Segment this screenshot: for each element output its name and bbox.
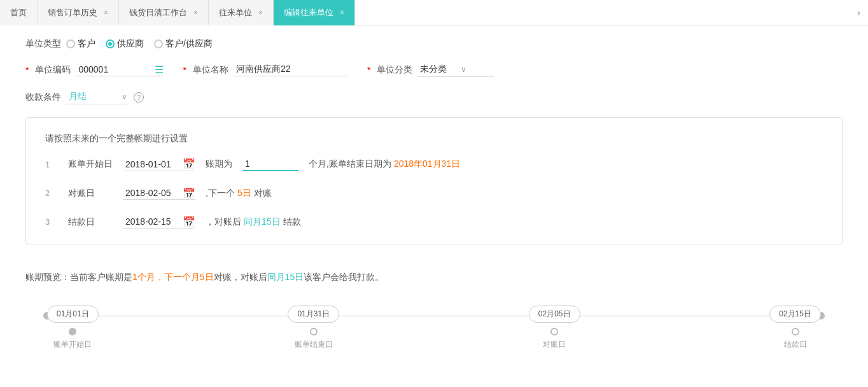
row-3-suffix-post: 结款 [283, 216, 301, 228]
tab-partner-units-close[interactable]: × [258, 8, 263, 17]
unit-code-icon[interactable]: ☰ [155, 64, 164, 76]
radio-customer-supplier[interactable]: 客户/供应商 [154, 38, 213, 50]
timeline-node-2-label: 对账日 [543, 339, 566, 350]
radio-customer-supplier-label: 客户/供应商 [165, 38, 213, 50]
row-2-suffix-post: 对账 [254, 188, 272, 199]
row-3-suffix-highlight: 同月15日 [244, 216, 281, 228]
preview-part1: 1个月， [132, 272, 164, 282]
tab-bar: 首页 销售订单历史 × 钱货日清工作台 × 往来单位 × 编辑往来单位 × › [0, 0, 868, 25]
timeline-node-2-pill: 02月05日 [529, 306, 580, 323]
radio-supplier[interactable]: 供应商 [106, 38, 144, 50]
row-3-date[interactable] [123, 215, 180, 228]
settings-row-1: 1 账单开始日 📅 账期为 个月,账单结束日期为 2018年01月31日 [45, 157, 823, 171]
row-1-period-value[interactable] [245, 158, 296, 169]
payment-terms-row: 收款条件 月结 ∨ ? [25, 90, 843, 104]
preview-part4: 同月15日 [267, 272, 304, 282]
main-content: 单位类型 客户 供应商 客户/供应商 * 单位编码 [0, 25, 868, 387]
tab-partner-units[interactable]: 往来单位 × [209, 0, 274, 25]
tab-cash-work-label: 钱货日清工作台 [129, 7, 187, 18]
row-3-calendar-icon[interactable]: 📅 [183, 216, 195, 228]
payment-terms-field: 收款条件 月结 ∨ ? [25, 90, 144, 104]
tab-cash-work-close[interactable]: × [193, 8, 198, 17]
row-1-label: 账单开始日 [68, 158, 113, 170]
row-2-date-input: 📅 [123, 186, 195, 200]
preview-part2: 下一个月5日 [164, 272, 214, 282]
preview-text: 账期预览：当前客户账期是1个月，下一个月5日对账，对账后同月15日该客户会给我打… [25, 270, 843, 284]
timeline: 01月01日 账单开始日 01月31日 账单结束日 02月05日 对账日 02月… [25, 299, 843, 369]
unit-code-input-wrapper: ☰ [76, 63, 164, 76]
row-1-period-unit: 个月,账单结束日期为 2018年01月31日 [309, 158, 460, 170]
tab-edit-partner[interactable]: 编辑往来单位 × [274, 0, 355, 25]
unit-type-row: 单位类型 客户 供应商 客户/供应商 [25, 38, 843, 50]
settings-title: 请按照未来的一个完整帐期进行设置 [45, 133, 823, 144]
timeline-nodes: 01月01日 账单开始日 01月31日 账单结束日 02月05日 对账日 02月… [25, 306, 843, 350]
unit-category-select[interactable]: 未分类 ∨ [417, 62, 494, 77]
unit-type-field: 单位类型 客户 供应商 客户/供应商 [25, 38, 213, 50]
tab-home[interactable]: 首页 [0, 0, 38, 25]
tab-scroll-arrow[interactable]: › [850, 7, 868, 18]
row-1-period-result: 2018年01月31日 [394, 158, 460, 170]
unit-info-row: * 单位编码 ☰ * 单位名称 * 单位分类 未分类 ∨ [25, 62, 843, 77]
row-1-date[interactable] [123, 158, 180, 171]
unit-name-field: * 单位名称 [183, 63, 347, 76]
tab-partner-units-label: 往来单位 [219, 7, 252, 18]
payment-terms-label: 收款条件 [25, 92, 61, 103]
radio-supplier-label: 供应商 [117, 38, 144, 50]
preview-label: 账期预览：当前客户账期是 [25, 272, 132, 282]
row-2-suffix-highlight: 5日 [237, 188, 251, 199]
radio-customer-circle [66, 39, 75, 48]
unit-type-label: 单位类型 [25, 38, 61, 50]
tab-sales-history[interactable]: 销售订单历史 × [38, 0, 119, 25]
help-icon[interactable]: ? [134, 92, 144, 102]
row-1-date-input: 📅 [123, 158, 195, 171]
timeline-node-1-pill: 01月31日 [288, 306, 339, 323]
unit-category-required: * [367, 65, 370, 75]
tab-edit-partner-close[interactable]: × [340, 8, 344, 17]
unit-category-arrow: ∨ [461, 65, 466, 74]
preview-part5: 该客户会给我打款。 [304, 272, 384, 282]
row-3-date-input: 📅 [123, 215, 195, 229]
unit-code-field: * 单位编码 ☰ [25, 63, 164, 76]
timeline-node-3-label: 结款日 [784, 339, 807, 350]
radio-customer-supplier-circle [154, 39, 163, 48]
unit-code-required: * [25, 65, 29, 75]
row-2-label: 对账日 [68, 188, 113, 199]
timeline-node-0: 01月01日 账单开始日 [47, 306, 99, 350]
radio-customer[interactable]: 客户 [66, 38, 95, 50]
row-3-suffix: ，对账后同月15日结款 [206, 216, 301, 228]
tab-sales-history-label: 销售订单历史 [48, 7, 97, 18]
unit-category-field: * 单位分类 未分类 ∨ [367, 62, 494, 77]
row-3-number: 3 [45, 217, 58, 227]
row-1-number: 1 [45, 160, 58, 169]
unit-name-required: * [183, 65, 186, 75]
tab-home-label: 首页 [10, 7, 27, 18]
row-2-date[interactable] [123, 186, 180, 199]
row-1-calendar-icon[interactable]: 📅 [183, 158, 195, 170]
unit-category-label: 单位分类 [377, 64, 412, 76]
timeline-node-2-dot [550, 328, 558, 335]
settings-box: 请按照未来的一个完整帐期进行设置 1 账单开始日 📅 账期为 个月,账单结束日期… [25, 117, 843, 244]
unit-type-radio-group: 客户 供应商 客户/供应商 [66, 38, 213, 50]
unit-name-label: 单位名称 [193, 64, 228, 76]
tab-sales-history-close[interactable]: × [104, 8, 108, 17]
radio-supplier-circle [106, 39, 115, 48]
row-1-period-unit-text: 个月,账单结束日期为 [309, 158, 391, 170]
preview-section: 账期预览：当前客户账期是1个月，下一个月5日对账，对账后同月15日该客户会给我打… [25, 257, 843, 382]
payment-terms-select[interactable]: 月结 ∨ [66, 90, 130, 104]
row-2-suffix-pre: ,下一个 [206, 188, 235, 199]
timeline-node-3: 02月15日 结款日 [769, 306, 821, 350]
row-2-suffix: ,下一个5日对账 [206, 188, 272, 199]
timeline-node-2: 02月05日 对账日 [529, 306, 580, 350]
row-2-calendar-icon[interactable]: 📅 [183, 187, 195, 199]
preview-part3: 对账，对账后 [214, 272, 267, 282]
timeline-node-1-dot [310, 328, 318, 335]
settings-row-3: 3 结款日 📅 ，对账后同月15日结款 [45, 215, 823, 229]
row-1-period-input-wrapper [242, 157, 298, 171]
timeline-node-3-pill: 02月15日 [769, 306, 821, 323]
unit-name-input[interactable] [234, 63, 348, 76]
timeline-node-0-pill: 01月01日 [47, 306, 99, 323]
unit-code-input[interactable] [76, 63, 152, 76]
tab-cash-work[interactable]: 钱货日清工作台 × [119, 0, 209, 25]
unit-code-label: 单位编码 [35, 64, 71, 76]
timeline-node-3-dot [792, 328, 799, 335]
